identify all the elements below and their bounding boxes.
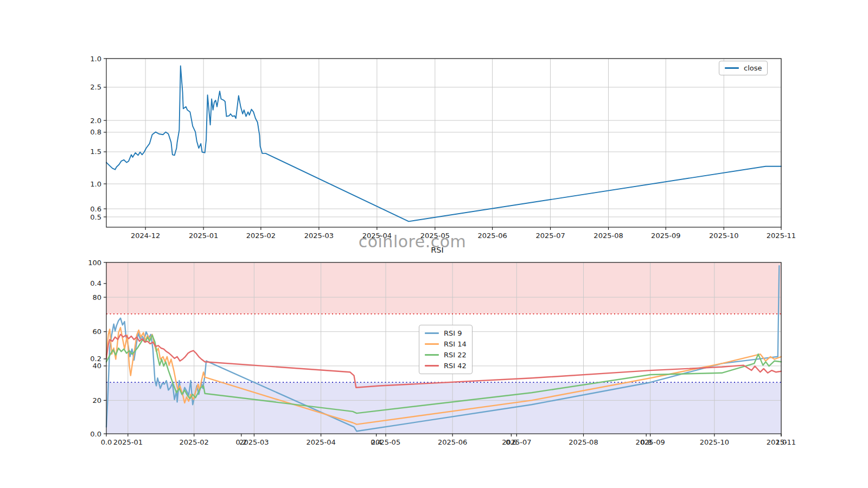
y-tick-label: 0.8 [90, 128, 101, 136]
x-tick-label: 2025-01 [189, 232, 218, 240]
rsi-panel-title: RSI [431, 246, 444, 254]
x-tick-label: 2025-06 [477, 232, 507, 240]
y-tick-label: 0.6 [90, 205, 101, 213]
y-tick-label: 0.4 [90, 279, 101, 287]
legend-item: RSI 9 [425, 328, 467, 339]
x-tick-label: 2025-11 [767, 438, 796, 446]
legend-swatch [425, 365, 439, 367]
x-tick-label: 2024-12 [131, 232, 160, 240]
legend-item: RSI 22 [425, 350, 467, 361]
legend-swatch [425, 343, 439, 345]
x-tick-label: 2025-02 [246, 232, 276, 240]
legend-item: close [725, 63, 762, 73]
y-tick-label: 80 [92, 293, 101, 301]
x-tick-label: 2025-10 [709, 232, 738, 240]
legend-item-label: RSI 42 [444, 362, 467, 370]
legend-swatch [425, 332, 439, 334]
legend-item-label: RSI 22 [444, 351, 467, 359]
y-tick-label: 60 [92, 328, 101, 336]
x-tick-label: 2025-04 [306, 438, 335, 446]
x-tick-label: 2025-11 [767, 232, 796, 240]
x-tick-label: 2025-08 [593, 232, 623, 240]
x-tick-label: 2025-07 [535, 232, 565, 240]
legend-item: RSI 42 [425, 361, 467, 371]
x-tick-label: 2025-09 [651, 232, 680, 240]
x-tick-label: 2025-03 [239, 438, 269, 446]
plot-frame [106, 59, 781, 227]
y-tick-label: 40 [92, 362, 101, 370]
y-tick-label: 2.5 [90, 83, 101, 91]
x-tick-label: 2025-10 [700, 438, 729, 446]
y-tick-label: 1.5 [90, 147, 101, 156]
close-line [106, 66, 781, 222]
y-tick-label: 2.0 [90, 117, 101, 125]
x-tick-label: 2025-07 [502, 438, 531, 446]
legend-item-label: RSI 14 [444, 340, 467, 348]
y-tick-label: 1.0 [90, 55, 101, 63]
y-tick-label: 0.5 [90, 213, 101, 221]
x-tick-label: 2025-09 [635, 438, 665, 446]
chart-canvas: 1.02.52.00.81.51.00.60.52024-122025-0120… [0, 0, 868, 488]
x-tick-label: 2025-02 [180, 438, 209, 446]
rsi-legend: RSI 9RSI 14RSI 22RSI 42 [419, 325, 473, 374]
close-line-swatch [725, 67, 739, 69]
x-tick-label: 2025-01 [113, 438, 143, 446]
x-tick-label: 0.0 [101, 438, 112, 446]
rsi-band [106, 262, 781, 314]
legend-swatch [425, 354, 439, 356]
y-tick-label: 0.0 [90, 430, 101, 438]
x-tick-label: 2025-06 [438, 438, 467, 446]
legend-item: RSI 14 [425, 339, 467, 350]
x-tick-label: 2025-05 [371, 438, 400, 446]
y-tick-label: 1.0 [90, 180, 101, 188]
y-tick-label: 100 [88, 259, 101, 267]
x-tick-label: 2025-08 [569, 438, 598, 446]
y-tick-label: 20 [92, 396, 101, 404]
x-tick-label: 2025-03 [304, 232, 334, 240]
watermark: coinlore.com [359, 232, 467, 251]
close-legend: close [719, 61, 768, 75]
rsi-band [106, 382, 781, 434]
legend-item-label: RSI 9 [444, 329, 462, 337]
close-legend-label: close [744, 64, 762, 72]
